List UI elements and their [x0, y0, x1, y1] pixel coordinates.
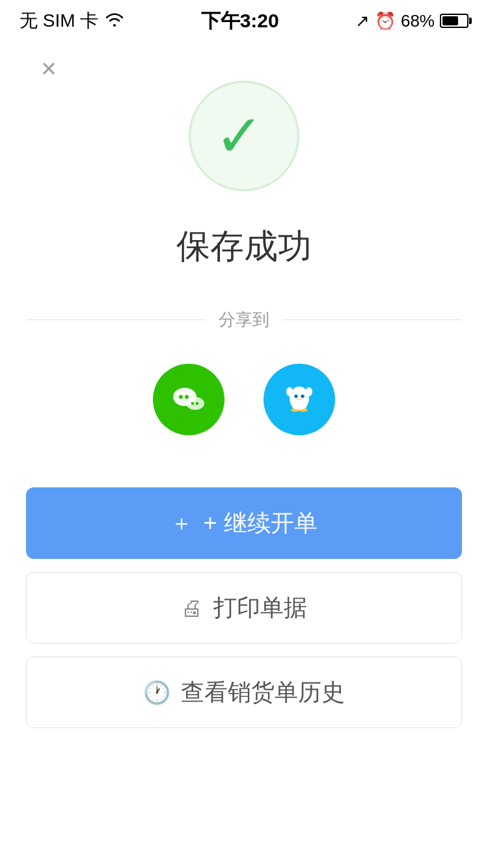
- status-time: 下午3:20: [201, 8, 279, 34]
- divider-right: [282, 319, 462, 320]
- wifi-icon: [105, 10, 124, 31]
- divider-left: [26, 319, 206, 320]
- print-button[interactable]: 🖨 打印单据: [26, 572, 462, 644]
- continue-label: + 继续开单: [203, 508, 317, 539]
- continue-button[interactable]: ＋ + 继续开单: [26, 487, 462, 559]
- status-left: 无 SIM 卡: [20, 8, 124, 33]
- checkmark-icon: [218, 116, 270, 156]
- share-label: 分享到: [206, 308, 282, 331]
- share-icons: [153, 364, 335, 435]
- history-label: 查看销货单历史: [181, 677, 345, 709]
- svg-point-1: [179, 395, 183, 399]
- battery-icon: [440, 14, 468, 28]
- svg-point-2: [185, 395, 189, 399]
- success-title: 保存成功: [176, 224, 312, 269]
- alarm-icon: ⏰: [375, 11, 396, 31]
- svg-point-12: [286, 387, 293, 396]
- svg-point-3: [186, 397, 204, 410]
- print-label: 打印单据: [213, 592, 307, 624]
- svg-point-4: [191, 401, 194, 405]
- action-buttons: ＋ + 继续开单 🖨 打印单据 🕐 查看销货单历史: [0, 487, 488, 728]
- main-content: 保存成功 分享到: [0, 42, 488, 728]
- qq-share-button[interactable]: [264, 364, 335, 435]
- battery-percent: 68%: [401, 11, 435, 31]
- status-bar: 无 SIM 卡 下午3:20 ↗ ⏰ 68%: [0, 0, 488, 42]
- svg-point-5: [195, 401, 198, 405]
- close-button[interactable]: ×: [33, 52, 65, 85]
- status-right: ↗ ⏰ 68%: [355, 11, 468, 31]
- history-icon: 🕐: [143, 679, 170, 705]
- wechat-icon: [168, 379, 210, 421]
- close-icon: ×: [41, 55, 56, 81]
- qq-icon: [278, 379, 321, 421]
- svg-point-9: [295, 395, 297, 397]
- svg-point-13: [306, 387, 312, 396]
- print-icon: 🖨: [181, 595, 203, 621]
- plus-icon: ＋: [170, 508, 193, 538]
- svg-point-16: [291, 400, 307, 410]
- svg-point-10: [301, 395, 303, 397]
- wechat-share-button[interactable]: [153, 364, 224, 435]
- success-circle: [189, 81, 299, 191]
- sim-status: 无 SIM 卡: [20, 8, 98, 33]
- history-button[interactable]: 🕐 查看销货单历史: [26, 657, 462, 728]
- location-icon: ↗: [355, 11, 370, 31]
- share-section: 分享到: [0, 308, 488, 331]
